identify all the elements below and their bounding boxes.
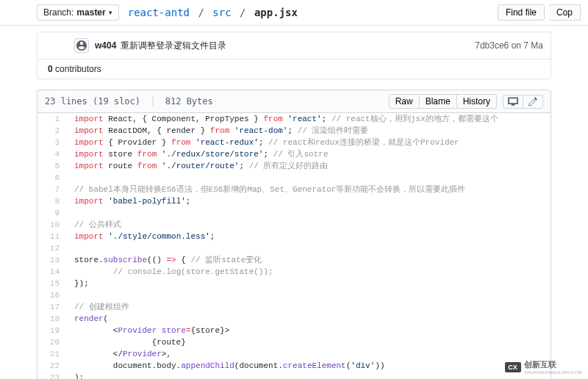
desktop-icon xyxy=(508,97,518,107)
line-number[interactable]: 15 xyxy=(37,278,67,289)
line-content[interactable]: <Provider store={store}> xyxy=(67,325,551,336)
line-content[interactable]: // console.log(store.getState()); xyxy=(67,266,551,278)
line-content[interactable] xyxy=(67,289,551,301)
line-content[interactable]: import './style/common.less'; xyxy=(67,231,551,242)
line-number[interactable]: 11 xyxy=(37,231,67,242)
code-line: 15}); xyxy=(37,278,551,289)
code-line: 8import 'babel-polyfill'; xyxy=(37,195,551,207)
line-content[interactable]: </Provider>, xyxy=(67,348,551,360)
line-content[interactable]: document.body.appendChild(document.creat… xyxy=(67,360,551,372)
code-line: 21 </Provider>, xyxy=(37,348,551,360)
blame-button[interactable]: Blame xyxy=(420,94,457,109)
line-content[interactable]: store.subscribe(() => { // 监听state变化 xyxy=(67,254,551,266)
line-content[interactable]: import React, { Component, PropTypes } f… xyxy=(67,113,551,125)
code-line: 16 xyxy=(37,289,551,301)
line-content[interactable]: // 公共样式 xyxy=(67,219,551,231)
header-actions: Find file Cop xyxy=(498,4,581,21)
code-line: 17// 创建根组件 xyxy=(37,301,551,313)
line-number[interactable]: 23 xyxy=(37,372,67,379)
raw-button[interactable]: Raw xyxy=(389,94,420,109)
breadcrumb-file: app.jsx xyxy=(254,7,298,18)
breadcrumb-repo[interactable]: react-antd xyxy=(128,7,190,18)
line-number[interactable]: 19 xyxy=(37,325,67,336)
code-line: 19 <Provider store={store}> xyxy=(37,325,551,336)
history-button[interactable]: History xyxy=(457,94,497,109)
branch-name: master xyxy=(76,7,105,18)
line-content[interactable]: import route from './router/route'; // 所… xyxy=(67,160,551,172)
line-number[interactable]: 6 xyxy=(37,172,67,184)
line-content[interactable] xyxy=(67,242,551,254)
code-line: 3import { Provider } from 'react-redux';… xyxy=(37,137,551,148)
line-number[interactable]: 18 xyxy=(37,313,67,325)
line-number[interactable]: 16 xyxy=(37,289,67,301)
line-number[interactable]: 3 xyxy=(37,137,67,148)
line-content[interactable]: import { Provider } from 'react-redux'; … xyxy=(67,137,551,148)
line-content[interactable]: // babel本身只能转换ES6语法，但ES6新增的Map、Set、Gener… xyxy=(67,184,551,195)
code-line: 7// babel本身只能转换ES6语法，但ES6新增的Map、Set、Gene… xyxy=(37,184,551,195)
line-content[interactable] xyxy=(67,172,551,184)
commit-row: w404 重新调整登录逻辑文件目录 7db3ce6 on 7 Ma xyxy=(37,32,551,59)
code-line: 18render( xyxy=(37,313,551,325)
line-number[interactable]: 8 xyxy=(37,195,67,207)
line-number[interactable]: 4 xyxy=(37,148,67,160)
line-content[interactable]: // 创建根组件 xyxy=(67,301,551,313)
line-number[interactable]: 20 xyxy=(37,336,67,348)
breadcrumb: react-antd / src / app.jsx xyxy=(128,7,298,18)
file-size: 812 Bytes xyxy=(165,96,213,107)
commit-sha[interactable]: 7db3ce6 xyxy=(475,40,509,51)
breadcrumb-sep: / xyxy=(198,7,204,18)
code-line: 23); xyxy=(37,372,551,379)
line-number[interactable]: 14 xyxy=(37,266,67,278)
watermark: CX 创新互联 CHUANGXINHULIAN.COM xyxy=(505,359,582,375)
line-number[interactable]: 7 xyxy=(37,184,67,195)
code-line: 11import './style/common.less'; xyxy=(37,231,551,242)
line-number[interactable]: 17 xyxy=(37,301,67,313)
line-number[interactable]: 2 xyxy=(37,125,67,137)
line-number[interactable]: 12 xyxy=(37,242,67,254)
code-line: 4import store from './redux/store/store'… xyxy=(37,148,551,160)
line-content[interactable]: import ReactDOM, { render } from 'react-… xyxy=(67,125,551,137)
line-number[interactable]: 5 xyxy=(37,160,67,172)
code-line: 22 document.body.appendChild(document.cr… xyxy=(37,360,551,372)
line-content[interactable]: ); xyxy=(67,372,551,379)
contributors-label: contributors xyxy=(55,64,101,74)
line-content[interactable]: }); xyxy=(67,278,551,289)
chevron-down-icon: ▾ xyxy=(109,9,112,16)
line-content[interactable]: import store from './redux/store/store';… xyxy=(67,148,551,160)
commit-date: on 7 Ma xyxy=(512,40,543,51)
edit-button[interactable] xyxy=(523,95,543,109)
line-number[interactable]: 1 xyxy=(37,113,67,125)
contributors-row: 0 contributors xyxy=(37,59,551,79)
copy-path-button[interactable]: Cop xyxy=(549,4,581,21)
line-number[interactable]: 9 xyxy=(37,207,67,219)
pencil-icon xyxy=(528,97,538,107)
branch-selector[interactable]: Branch: master ▾ xyxy=(37,4,119,21)
line-number[interactable]: 13 xyxy=(37,254,67,266)
commit-meta: 7db3ce6 on 7 Ma xyxy=(475,40,543,51)
code-line: 14 // console.log(store.getState()); xyxy=(37,266,551,278)
file-lines: 23 lines (19 sloc) xyxy=(45,96,140,107)
code-line: 13store.subscribe(() => { // 监听state变化 xyxy=(37,254,551,266)
code-line: 12 xyxy=(37,242,551,254)
breadcrumb-dir[interactable]: src xyxy=(212,7,231,18)
avatar[interactable] xyxy=(74,38,89,53)
find-file-button[interactable]: Find file xyxy=(498,4,545,21)
branch-label: Branch: xyxy=(43,7,74,18)
line-number[interactable]: 21 xyxy=(37,348,67,360)
line-number[interactable]: 22 xyxy=(37,360,67,372)
watermark-brand: 创新互联 xyxy=(524,359,582,370)
line-content[interactable]: import 'babel-polyfill'; xyxy=(67,195,551,207)
line-content[interactable]: {route} xyxy=(67,336,551,348)
desktop-button[interactable] xyxy=(503,95,523,109)
watermark-sub: CHUANGXINHULIAN.COM xyxy=(524,370,582,375)
breadcrumb-sep: / xyxy=(240,7,245,18)
commit-message[interactable]: 重新调整登录逻辑文件目录 xyxy=(121,40,226,52)
code-area[interactable]: 1import React, { Component, PropTypes } … xyxy=(37,113,551,379)
commit-author[interactable]: w404 xyxy=(95,40,116,51)
line-number[interactable]: 10 xyxy=(37,219,67,231)
code-table: 1import React, { Component, PropTypes } … xyxy=(37,113,551,379)
line-content[interactable] xyxy=(67,207,551,219)
line-content[interactable]: render( xyxy=(67,313,551,325)
file-action-group: Raw Blame History xyxy=(389,94,497,109)
file-path-header: Branch: master ▾ react-antd / src / app.… xyxy=(0,0,588,26)
